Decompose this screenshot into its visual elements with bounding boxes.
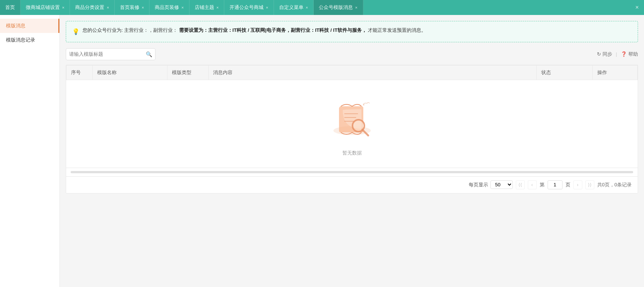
nav-tab-home-decor[interactable]: 首页装修 × <box>115 0 150 15</box>
notice-icon: 💡 <box>72 27 80 37</box>
nav-tab-product-decor-label: 商品页装修 <box>155 4 179 11</box>
nav-tab-wshop-close[interactable]: × <box>62 5 64 10</box>
empty-illustration <box>328 95 376 144</box>
per-page-label: 每页显示 <box>469 181 488 188</box>
nav-tab-home-label: 首页 <box>5 4 15 11</box>
sidebar-item-template-msg[interactable]: 模版消息 <box>0 19 59 33</box>
nav-tab-wshop-label: 微商城店铺设置 <box>26 4 60 11</box>
table-header-row: 序号 模版名称 模版类型 消息内容 状态 <box>67 65 638 80</box>
col-header-type: 模版类型 <box>167 65 209 80</box>
nav-tab-template-msg-label: 公众号模版消息 <box>319 4 353 11</box>
nav-tab-open-mall-label: 开通公众号商城 <box>229 4 264 11</box>
empty-icon-wrap <box>67 95 638 144</box>
sync-button[interactable]: ↻ 同步 <box>597 51 612 58</box>
col-header-content: 消息内容 <box>209 65 537 80</box>
current-page-input[interactable] <box>548 180 563 189</box>
nav-tab-custom-menu[interactable]: 自定义菜单 × <box>274 0 314 15</box>
nav-tab-open-mall-close[interactable]: × <box>266 5 268 10</box>
nav-tab-custom-menu-label: 自定义菜单 <box>279 4 303 11</box>
empty-state: 暂无数据 <box>67 80 638 168</box>
search-bar: 🔍 ↻ 同步 | ❓ 帮助 <box>66 48 638 60</box>
sync-icon: ↻ <box>597 51 601 57</box>
nav-tab-shop-theme[interactable]: 店铺主题 × <box>189 0 224 15</box>
nav-tab-category-close[interactable]: × <box>107 5 109 10</box>
sidebar-item-template-record-label: 模版消息记录 <box>6 37 35 43</box>
col-header-status: 状态 <box>537 65 593 80</box>
notice-text: 您的公众号行业为: 主营行业：，副营行业： 需要设置为：主营行业：IT科技 / … <box>83 27 426 34</box>
nav-tab-home[interactable]: 首页 <box>0 0 21 15</box>
table-container: 序号 模版名称 模版类型 消息内容 状态 <box>66 65 638 193</box>
content-area: 💡 您的公众号行业为: 主营行业：，副营行业： 需要设置为：主营行业：IT科技 … <box>60 15 644 287</box>
prev-page-button[interactable]: ‹ <box>528 180 537 189</box>
horizontal-scrollbar[interactable] <box>71 171 633 173</box>
last-page-button[interactable]: ⟩⟩ <box>585 180 594 189</box>
col-header-name: 模版名称 <box>93 65 167 80</box>
nav-tab-open-mall[interactable]: 开通公众号商城 × <box>224 0 274 15</box>
pagination-total: 共0页，0条记录 <box>597 181 632 188</box>
svg-point-7 <box>363 104 364 106</box>
nav-tab-product-decor-close[interactable]: × <box>181 5 184 10</box>
help-label: 帮助 <box>628 51 638 58</box>
page-label: 第 <box>540 181 545 188</box>
col-header-index: 序号 <box>67 65 93 80</box>
nav-tab-wshop[interactable]: 微商城店铺设置 × <box>21 0 70 15</box>
nav-tab-custom-menu-close[interactable]: × <box>306 5 308 10</box>
next-page-button[interactable]: › <box>573 180 582 189</box>
nav-tab-template-msg-close[interactable]: × <box>355 5 357 10</box>
page-size-select[interactable]: 50 20 100 <box>490 180 513 189</box>
help-icon: ❓ <box>621 51 627 57</box>
main-layout: 模版消息 模版消息记录 💡 您的公众号行业为: 主营行业：，副营行业： 需要设置… <box>0 15 644 287</box>
scroll-bar-area <box>66 168 638 176</box>
search-button[interactable]: 🔍 <box>146 51 152 57</box>
sync-label: 同步 <box>603 51 612 58</box>
search-input[interactable] <box>69 51 146 57</box>
close-all-button[interactable]: × <box>630 4 644 11</box>
empty-text: 暂无数据 <box>67 150 638 156</box>
per-page-wrap: 每页显示 50 20 100 <box>469 180 513 189</box>
notice-box: 💡 您的公众号行业为: 主营行业：，副营行业： 需要设置为：主营行业：IT科技 … <box>66 21 638 42</box>
search-actions: ↻ 同步 | ❓ 帮助 <box>597 51 638 58</box>
top-nav: 首页 微商城店铺设置 × 商品分类设置 × 首页装修 × 商品页装修 × 店铺主… <box>0 0 644 15</box>
sidebar: 模版消息 模版消息记录 <box>0 15 60 287</box>
nav-tab-shop-theme-close[interactable]: × <box>216 5 219 10</box>
nav-tab-category[interactable]: 商品分类设置 × <box>70 0 114 15</box>
sidebar-item-template-msg-label: 模版消息 <box>6 23 25 28</box>
table-empty-row: 暂无数据 <box>67 80 638 168</box>
sidebar-item-template-record[interactable]: 模版消息记录 <box>0 33 59 47</box>
search-input-wrap: 🔍 <box>66 48 155 60</box>
pagination-bar: 每页显示 50 20 100 ⟨⟨ ‹ 第 页 › ⟩⟩ 共0页，0条记录 <box>66 176 638 193</box>
nav-tab-product-decor[interactable]: 商品页装修 × <box>150 0 189 15</box>
svg-point-6 <box>354 121 363 131</box>
nav-tab-home-decor-close[interactable]: × <box>142 5 144 10</box>
data-table: 序号 模版名称 模版类型 消息内容 状态 <box>66 65 638 168</box>
nav-tab-category-label: 商品分类设置 <box>75 4 104 11</box>
col-header-action: 操作 <box>593 65 638 80</box>
nav-tab-template-msg[interactable]: 公众号模版消息 × <box>314 0 363 15</box>
nav-tab-home-decor-label: 首页装修 <box>120 4 139 11</box>
first-page-button[interactable]: ⟨⟨ <box>516 180 525 189</box>
page-unit-label: 页 <box>566 181 570 188</box>
nav-tab-shop-theme-label: 店铺主题 <box>195 4 214 11</box>
help-button[interactable]: ❓ 帮助 <box>621 51 638 58</box>
divider: | <box>616 51 617 57</box>
